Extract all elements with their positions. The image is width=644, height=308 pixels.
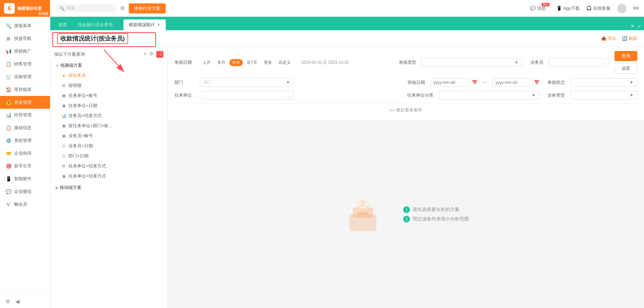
query-button[interactable]: 查询: [614, 51, 637, 61]
settings-button[interactable]: 设置: [614, 63, 637, 74]
page-header: 收款情况统计(按业务员) 📤 导出 🔄 刷新: [50, 30, 644, 47]
logo-icon: 6: [4, 3, 15, 14]
salesperson-more[interactable]: ...: [602, 60, 605, 65]
sidebar-item-member[interactable]: V 畅会员: [0, 198, 50, 211]
scheme-item-dept-date[interactable]: ⊙ 部门+日期: [58, 151, 165, 161]
tab-close-bank-flow[interactable]: ✕: [115, 22, 118, 27]
tab-expand-icon[interactable]: ⤢: [637, 23, 641, 29]
online-service-item[interactable]: 🎧 在线客服: [586, 5, 610, 11]
scheme-tree: ▼ 电脑端方案 ● 按业务员 ⊞ 按明细: [50, 60, 167, 193]
audit-date-to-input[interactable]: [492, 79, 533, 87]
empty-state-container: 1 请先选择要分析的方案 2 用过滤条件来缩小分析范围: [343, 194, 469, 235]
date-tab-custom[interactable]: 自定义: [276, 59, 293, 66]
dept-select-arrow: ▼: [286, 80, 290, 85]
filter-panel-actions: + ⚙ 《: [144, 51, 163, 58]
empty-illustration: [343, 194, 383, 235]
filter-row-1: 单据日期 上月 本月 本年 近7天 更多 自定义 2023-01-01 至 20…: [174, 51, 637, 74]
unit-settle1-icon: ⊞: [61, 163, 66, 169]
dept-label: 部门: [174, 80, 195, 86]
settings-bottom-icon[interactable]: ⚙: [5, 298, 10, 305]
calendar-icon-2[interactable]: 📅: [534, 80, 539, 85]
scheme-item-unit-settle1[interactable]: ⊞ 往来单位+结算方式: [58, 161, 165, 171]
sidebar-item-sales[interactable]: 📋 销售管理: [0, 58, 50, 70]
empty-tip-2: 2 用过滤条件来缩小分析范围: [403, 216, 469, 222]
tab-home[interactable]: 首页: [53, 19, 72, 30]
mobile-group-header[interactable]: ▶ 移动端方案: [53, 183, 165, 193]
query-filters: 单据日期 上月 本月 本年 近7天 更多 自定义 2023-01-01 至 20…: [168, 47, 644, 121]
scheme-item-unit-dept-recv[interactable]: ▣ 按往来单位+部门+收...: [58, 121, 165, 131]
refresh-button[interactable]: 🔄 刷新: [622, 36, 637, 42]
megaphone-icon: 📢: [5, 48, 11, 54]
audit-date-from-input[interactable]: [430, 79, 471, 87]
desktop-group-arrow: ▼: [56, 64, 59, 67]
desktop-group-header[interactable]: ▼ 电脑端方案: [53, 60, 165, 70]
calendar-icon-1[interactable]: 📅: [472, 80, 477, 85]
salesperson-select[interactable]: ...: [549, 58, 609, 67]
messages-item[interactable]: 💬 消息 99+: [530, 5, 546, 11]
sidebar-item-quicknav[interactable]: ⊞ 快捷导航: [0, 32, 50, 45]
type-label: 单据类型: [399, 59, 416, 65]
sidebar-item-basicinfo[interactable]: 📋 基础信息: [0, 121, 50, 134]
audit-date-to: 📅: [492, 79, 539, 87]
desktop-scheme-group: ▼ 电脑端方案 ● 按业务员 ⊞ 按明细: [53, 60, 165, 181]
scheme-item-unit-account[interactable]: ▣ 往来单位+账号: [58, 91, 165, 101]
date-tab-last-month[interactable]: 上月: [200, 59, 213, 66]
tab-close-receipt-stats[interactable]: ✕: [157, 22, 160, 27]
sidebar-item-enterprise[interactable]: 🤝 企业协同: [0, 147, 50, 160]
tab-close-all-icon[interactable]: ✕: [631, 23, 635, 29]
filter-panel-header: 按以下方案查询 + ⚙ 《: [50, 51, 167, 60]
collapse-more-btn[interactable]: ∧∧ 收起更多条件: [174, 103, 637, 116]
sidebar-item-guide[interactable]: 🎯 新手引导: [0, 160, 50, 172]
biz-type-select[interactable]: ▼: [570, 91, 637, 99]
scheme-item-salesperson-account[interactable]: ▣ 业务员+账号: [58, 131, 165, 141]
scheme-item-by-salesperson[interactable]: ● 按业务员: [58, 70, 165, 81]
dept-select[interactable]: 部门 ▼: [200, 78, 294, 87]
sidebar-item-search[interactable]: 🔍 搜索菜单: [0, 19, 50, 32]
salesperson-account-icon: ▣: [61, 133, 66, 139]
app-download-item[interactable]: 📱 App下载: [556, 5, 580, 11]
sidebar-item-hardware[interactable]: 📱 智能硬件: [0, 172, 50, 185]
type-select[interactable]: ▼: [422, 58, 522, 67]
scheme-item-by-detail[interactable]: ⊞ 按明细: [58, 81, 165, 91]
scheme-collapse-icon[interactable]: 《: [156, 51, 163, 58]
trial-button[interactable]: 体验行业方案: [129, 3, 166, 13]
unit-category-select[interactable]: ▼: [439, 91, 539, 99]
salesperson-settle-icon: 📊: [61, 113, 66, 118]
date-tab-7days[interactable]: 近7天: [244, 59, 260, 66]
settings-icon[interactable]: ⚙: [120, 5, 125, 11]
sidebar-item-purchase[interactable]: 🛒 采购管理: [0, 70, 50, 83]
scheme-settings-icon[interactable]: ⚙: [149, 51, 154, 58]
tab-bank-flow[interactable]: 现金银行流水查询 ✕: [72, 19, 123, 30]
date-tab-more[interactable]: 更多: [261, 59, 275, 66]
svg-point-5: [365, 203, 368, 206]
sidebar-item-wechat[interactable]: 💬 企业微信: [0, 185, 50, 198]
export-button[interactable]: 📤 导出: [601, 36, 616, 42]
export-icon: 📤: [601, 36, 606, 41]
search-box[interactable]: 🔍 搜索: [56, 4, 116, 12]
scheme-item-unit-date[interactable]: ▣ 往来单位+日期: [58, 101, 165, 111]
tab-receipt-stats[interactable]: 收款情况统计 ✕: [123, 19, 166, 30]
status-select[interactable]: ▼: [570, 78, 637, 87]
tip-2-number: 2: [403, 216, 410, 222]
unit-select[interactable]: ...: [200, 91, 294, 99]
unit-settle2-icon: ▣: [61, 173, 66, 179]
sidebar-item-marketing[interactable]: 📢 营销推广: [0, 45, 50, 58]
sidebar-item-operations[interactable]: 📊 经营管理: [0, 109, 50, 121]
sidebar-item-inventory[interactable]: 🏠 库存核算: [0, 83, 50, 96]
add-scheme-icon[interactable]: +: [144, 51, 147, 58]
app-logo: 6 畅捷通好生意 标准版: [0, 0, 50, 17]
refresh-icon: 🔄: [622, 36, 627, 41]
scheme-item-unit-settle2[interactable]: ▣ 往来单位+结算方式: [58, 171, 165, 181]
user-name[interactable]: Rit: [633, 6, 639, 11]
user-avatar[interactable]: [617, 4, 627, 13]
sidebar-item-system[interactable]: ⚙️ 系统管理: [0, 134, 50, 147]
date-tab-this-year[interactable]: 本年: [229, 59, 243, 66]
scheme-item-salesperson-date[interactable]: ⊙ 业务员+日期: [58, 141, 165, 151]
tab-bar-right: ✕ ⤢: [631, 23, 641, 30]
unit-more[interactable]: ...: [286, 93, 290, 98]
page-actions: 📤 导出 🔄 刷新: [601, 36, 637, 42]
date-tab-this-month[interactable]: 本月: [215, 59, 228, 66]
sidebar-item-finance[interactable]: 💰 资金管理: [0, 96, 50, 109]
scheme-item-salesperson-settle[interactable]: 📊 业务员+结算方式: [58, 111, 165, 121]
collapse-sidebar-icon[interactable]: ◀: [15, 298, 19, 305]
